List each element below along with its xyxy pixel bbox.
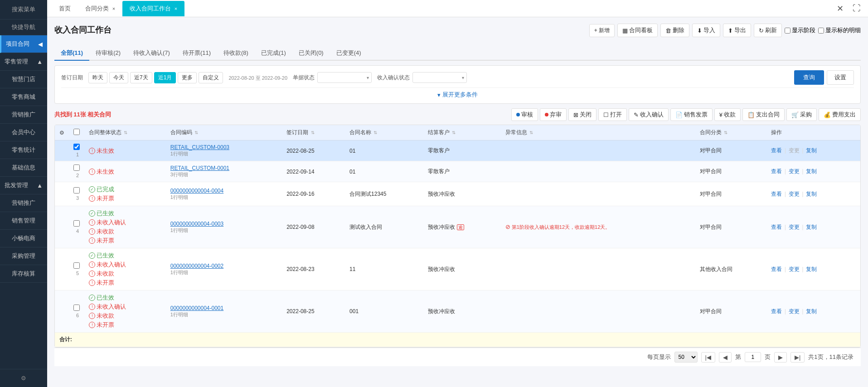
sidebar-quick-nav[interactable]: 快捷导航 [0,19,47,35]
review-button[interactable]: 审核 [511,108,538,121]
show-label-checkbox[interactable] [818,28,824,34]
select-all-checkbox[interactable] [73,129,80,135]
sidebar-item-basic[interactable]: 基础信息 [0,159,47,177]
op-btn-查看[interactable]: 查看 [771,308,782,314]
income-confirm-button[interactable]: ✎ 收入确认 [629,108,669,121]
sidebar-item-stock[interactable]: 库存核算 [0,265,47,283]
show-label-checkbox-label[interactable]: 显示标的明细 [818,26,861,34]
status-tab-pending-payment[interactable]: 待收款(8) [217,46,255,61]
add-button[interactable]: + 新增 [589,24,615,37]
delete-button[interactable]: 🗑 删除 [660,24,689,37]
sidebar-search[interactable]: 搜索菜单 [0,0,47,19]
sidebar-settings[interactable]: ⚙ [0,369,47,387]
op-btn-变更[interactable]: 变更 [789,147,800,154]
row-checkbox[interactable] [73,305,80,311]
import-button[interactable]: ⬇ 导入 [692,24,720,37]
op-btn-复制[interactable]: 复制 [806,224,817,230]
status-tab-changed[interactable]: 已变更(4) [330,46,368,61]
sidebar-item-smart[interactable]: 智慧门店 [0,71,47,88]
sidebar-item-stats[interactable]: 零售统计 [0,141,47,159]
page-input[interactable] [745,352,761,362]
contract-code-link[interactable]: 0000000000004-0002 [170,263,223,269]
sidebar-item-member[interactable]: 会员中心 [0,124,47,141]
contract-code-link[interactable]: RETAIL_CUSTOM-0001 [170,165,229,171]
show-stage-checkbox-label[interactable]: 显示阶段 [785,26,815,34]
board-button[interactable]: ▦ 合同看板 [617,24,658,37]
tab-contract-type-close[interactable]: × [112,6,115,11]
row-checkbox[interactable] [73,262,80,269]
op-btn-变更[interactable]: 变更 [789,308,800,314]
sidebar-item-project[interactable]: 项目合同 ◀ [0,35,47,53]
expense-button[interactable]: 💰 费用支出 [819,108,861,121]
op-btn-查看[interactable]: 查看 [771,266,782,272]
per-page-select[interactable]: 50 100 200 [674,352,698,363]
contract-code-link[interactable]: 0000000000004-0003 [170,221,223,227]
purchase-button[interactable]: 🛒 采购 [786,108,817,121]
page-prev-button[interactable]: ◀ [719,352,732,363]
status-tab-closed[interactable]: 已关闭(0) [292,46,330,61]
window-close-button[interactable]: ✕ [834,3,846,15]
date-btn-custom[interactable]: 自定义 [199,72,223,83]
page-first-button[interactable]: |◀ [701,352,715,363]
op-btn-变更[interactable]: 变更 [789,168,800,174]
op-btn-复制[interactable]: 复制 [806,308,817,314]
window-maximize-button[interactable]: ⛶ [850,3,863,14]
doc-status-select[interactable] [317,72,372,83]
op-btn-查看[interactable]: 查看 [771,224,782,230]
op-btn-复制[interactable]: 复制 [806,147,817,154]
close-contract-button[interactable]: ⊠ 关闭 [568,108,596,121]
th-settings[interactable]: ⚙ [55,125,69,140]
export-button[interactable]: ⬆ 导出 [723,24,751,37]
sidebar-item-retail[interactable]: 零售管理 ▲ [0,53,47,71]
sales-invoice-button[interactable]: 📄 销售发票 [670,108,713,121]
set-button[interactable]: 设置 [827,70,854,85]
abandon-button[interactable]: 弃审 [540,108,567,121]
op-btn-变更[interactable]: 变更 [789,266,800,272]
op-btn-查看[interactable]: 查看 [771,191,782,197]
status-tab-pending-confirm[interactable]: 待收入确认(7) [127,46,176,61]
expand-filter-button[interactable]: ▾ 展开更多条件 [61,87,854,99]
sidebar-item-wholesale[interactable]: 批发管理 ▲ [0,177,47,194]
contract-code-link[interactable]: RETAIL_CUSTOM-0003 [170,144,229,150]
collection-button[interactable]: ¥ 收款 [714,108,741,121]
status-tab-completed[interactable]: 已完成(1) [255,46,292,61]
open-button[interactable]: ☐ 打开 [598,108,627,121]
op-btn-查看[interactable]: 查看 [771,168,782,174]
sidebar-item-marketing[interactable]: 营销推广 [0,106,47,124]
refresh-button[interactable]: ↻ 刷新 [754,24,782,37]
query-button[interactable]: 查询 [794,70,824,85]
contract-code-link[interactable]: 0000000000004-0004 [170,188,223,194]
date-btn-1month[interactable]: 近1月 [154,72,176,83]
show-stage-checkbox[interactable] [785,28,790,34]
contract-code-link[interactable]: 0000000000004-0001 [170,305,223,311]
date-btn-yesterday[interactable]: 昨天 [88,72,107,83]
sidebar-item-marketing2[interactable]: 营销推广 [0,194,47,212]
sidebar-item-retail2[interactable]: 零售商城 [0,88,47,106]
op-btn-查看[interactable]: 查看 [771,147,782,154]
tab-contract-type[interactable]: 合同分类 × [78,1,122,16]
date-btn-7days[interactable]: 近7天 [130,72,152,83]
op-btn-复制[interactable]: 复制 [806,168,817,174]
row-checkbox[interactable] [73,187,80,194]
row-checkbox[interactable] [73,164,80,171]
page-next-button[interactable]: ▶ [774,352,787,363]
sidebar-item-sales[interactable]: 销售管理 [0,212,47,230]
th-checkbox[interactable] [69,125,84,140]
op-btn-变更[interactable]: 变更 [789,191,800,197]
date-btn-today[interactable]: 今天 [109,72,128,83]
tab-home[interactable]: 首页 [52,1,78,16]
date-btn-more[interactable]: 更多 [178,72,197,83]
op-btn-变更[interactable]: 变更 [789,224,800,230]
op-btn-复制[interactable]: 复制 [806,266,817,272]
row-checkbox[interactable] [73,144,80,150]
status-tab-pending-review[interactable]: 待审核(2) [89,46,127,61]
status-tab-pending-invoice[interactable]: 待开票(11) [176,46,217,61]
row-checkbox[interactable] [73,220,80,227]
tab-income-contract[interactable]: 收入合同工作台 × [122,1,184,16]
tab-income-contract-close[interactable]: × [175,6,177,11]
sidebar-item-purchase[interactable]: 采购管理 [0,247,47,265]
income-status-select[interactable] [412,72,467,83]
page-last-button[interactable]: ▶| [790,352,805,363]
expense-contract-button[interactable]: 📋 支出合同 [742,108,785,121]
op-btn-复制[interactable]: 复制 [806,191,817,197]
